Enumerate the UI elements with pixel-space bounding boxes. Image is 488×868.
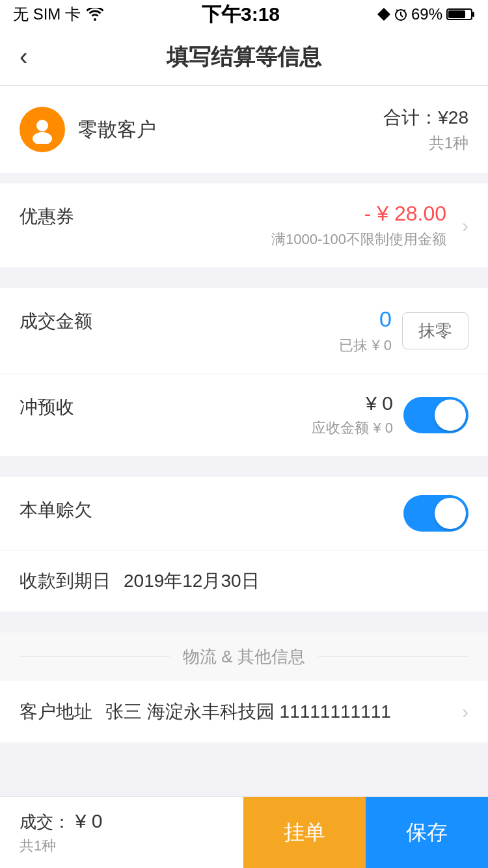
status-left: 无 SIM 卡 [13, 4, 104, 25]
address-chevron-icon: › [462, 701, 468, 723]
status-right: 69% [377, 5, 475, 23]
bottom-deal-amount: ¥ 0 [75, 810, 103, 832]
section-divider-1 [0, 278, 488, 288]
prepay-receivable: 应收金额 ¥ 0 [312, 418, 393, 438]
svg-point-4 [36, 120, 48, 131]
main-content: 零散客户 合计：¥28 共1种 优惠券 - ¥ 28.00 满1000-100不… [0, 86, 488, 831]
chevron-right-icon: › [462, 215, 468, 237]
deal-section: 成交金额 0 已抹 ¥ 0 抹零 冲预收 ¥ 0 应收金额 ¥ 0 [0, 288, 488, 456]
address-value: 张三 海淀永丰科技园 11111111111 [105, 699, 457, 724]
status-bar: 无 SIM 卡 下午3:18 69% [0, 0, 488, 29]
section-divider-3 [0, 622, 488, 632]
pending-button[interactable]: 挂单 [243, 797, 366, 869]
bottom-bar: 成交： ¥ 0 共1种 挂单 保存 [0, 796, 488, 868]
deal-amount-row: 成交金额 0 已抹 ¥ 0 抹零 [0, 288, 488, 374]
battery-icon [446, 7, 475, 21]
save-button[interactable]: 保存 [366, 797, 488, 869]
deal-amount-value: 0 [339, 306, 392, 332]
customer-count: 共1种 [383, 133, 468, 154]
alarm-icon [394, 8, 407, 21]
location-icon [377, 8, 390, 21]
customer-avatar [20, 107, 65, 152]
coupon-label: 优惠券 [20, 202, 74, 229]
logistics-title: 物流 & 其他信息 [183, 645, 305, 668]
prepay-row: 冲预收 ¥ 0 应收金额 ¥ 0 [0, 374, 488, 456]
address-label: 客户地址 [20, 699, 92, 724]
due-date-value: 2019年12月30日 [124, 569, 260, 593]
customer-name: 零散客户 [78, 116, 156, 143]
coupon-row[interactable]: 优惠券 - ¥ 28.00 满1000-100不限制使用金额 › [0, 183, 488, 267]
battery-percent: 69% [411, 5, 442, 23]
coupon-desc: 满1000-100不限制使用金额 [271, 230, 446, 249]
bottom-deal-label: 成交： [20, 812, 70, 832]
divider-right [318, 657, 468, 657]
address-row[interactable]: 客户地址 张三 海淀永丰科技园 11111111111 › [0, 681, 488, 742]
page-title: 填写结算等信息 [167, 42, 321, 72]
debit-section: 本单赊欠 收款到期日 2019年12月30日 [0, 477, 488, 612]
customer-row[interactable]: 零散客户 合计：¥28 共1种 [0, 86, 488, 173]
logistics-header: 物流 & 其他信息 [0, 632, 488, 681]
bottom-deal-count: 共1种 [20, 836, 224, 856]
toggle-knob [435, 400, 466, 431]
section-divider-2 [0, 467, 488, 477]
wifi-icon [86, 8, 104, 21]
debit-toggle-knob [435, 498, 466, 529]
customer-total: 合计：¥28 [383, 105, 468, 130]
debit-label: 本单赊欠 [20, 495, 92, 522]
debit-row: 本单赊欠 [0, 477, 488, 550]
coupon-amount: - ¥ 28.00 [271, 202, 446, 226]
prepay-toggle[interactable] [403, 397, 468, 433]
deal-amount-label: 成交金额 [20, 306, 92, 334]
coupon-section: 优惠券 - ¥ 28.00 满1000-100不限制使用金额 › [0, 183, 488, 267]
svg-rect-2 [472, 12, 474, 17]
svg-rect-3 [448, 10, 465, 18]
svg-point-5 [33, 132, 52, 144]
deal-subtracted: 已抹 ¥ 0 [339, 336, 392, 355]
no-sim-text: 无 SIM 卡 [13, 4, 81, 25]
prepay-label: 冲预收 [20, 392, 74, 420]
round-zero-button[interactable]: 抹零 [402, 312, 468, 349]
due-date-row: 收款到期日 2019年12月30日 [0, 550, 488, 612]
nav-bar: ‹ 填写结算等信息 [0, 29, 488, 86]
back-button[interactable]: ‹ [20, 43, 28, 71]
logistics-card: 物流 & 其他信息 客户地址 张三 海淀永丰科技园 11111111111 › [0, 632, 488, 742]
status-time: 下午3:18 [202, 1, 280, 28]
due-date-label: 收款到期日 [20, 569, 111, 593]
debit-toggle[interactable] [403, 495, 468, 532]
divider-left [20, 657, 170, 657]
prepay-amount: ¥ 0 [312, 392, 393, 414]
bottom-info: 成交： ¥ 0 共1种 [0, 810, 243, 856]
